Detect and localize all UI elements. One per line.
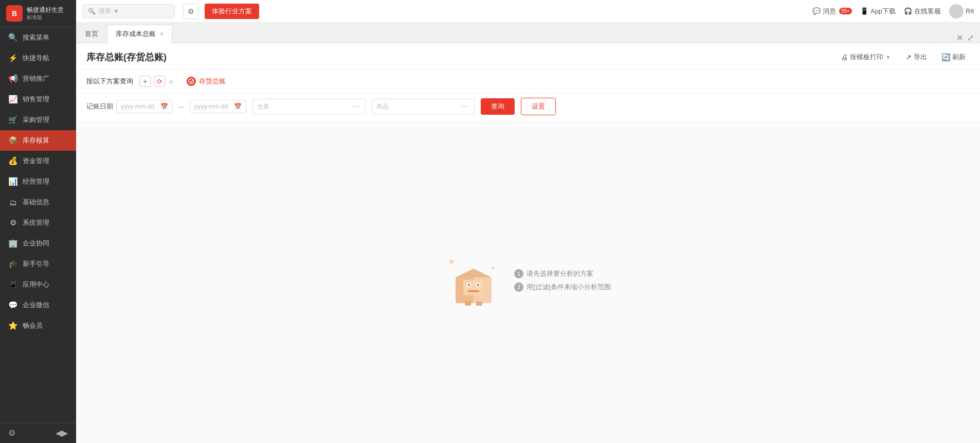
basic-icon: 🗂 bbox=[8, 198, 17, 207]
date-end-input[interactable]: yyyy-mm-dd 📅 bbox=[190, 100, 246, 113]
sidebar-item-enterprise[interactable]: 🏢 企业协同 bbox=[0, 233, 76, 254]
warehouse-input[interactable]: 仓库 ··· bbox=[252, 99, 366, 114]
wechat-icon: 💬 bbox=[8, 300, 17, 310]
app-download-label: App下载 bbox=[870, 7, 896, 16]
sidebar-item-search[interactable]: 🔍 搜索菜单 bbox=[0, 27, 76, 48]
user-profile[interactable]: Rit bbox=[949, 4, 974, 19]
panel-expand-icon[interactable]: ⤢ bbox=[967, 33, 974, 43]
sidebar-item-label: 快捷导航 bbox=[23, 54, 49, 63]
sidebar-item-member[interactable]: ⭐ 畅会员 bbox=[0, 315, 76, 336]
tabbar-right: ✕ ⤢ bbox=[950, 33, 980, 43]
refresh-label: 刷新 bbox=[952, 52, 966, 62]
print-btn[interactable]: 🖨 按模板打印 ▼ bbox=[837, 50, 895, 64]
user-name: Rit bbox=[966, 7, 974, 15]
enterprise-icon: 🏢 bbox=[8, 239, 17, 248]
purchase-icon: 🛒 bbox=[8, 115, 17, 125]
inventory-icon: 📦 bbox=[8, 136, 17, 145]
scheme-name: 存货总账 bbox=[199, 77, 226, 86]
calendar-icon: 📅 bbox=[160, 103, 168, 110]
scheme-item-inventory[interactable]: 存货总账 bbox=[182, 75, 231, 88]
app-download-btn[interactable]: 📱 App下载 bbox=[860, 7, 896, 16]
sidebar-item-sales[interactable]: 📈 销售管理 bbox=[0, 89, 76, 110]
main-area: 🔍 搜索 ▼ ⚙ 体验行业方案 💬 消息 99+ 📱 App下载 🎧 在线客服 bbox=[76, 0, 980, 443]
sidebar-item-marketing[interactable]: 📢 营销推广 bbox=[0, 68, 76, 89]
export-btn[interactable]: ↗ 导出 bbox=[901, 50, 931, 64]
topbar-left: 🔍 搜索 ▼ ⚙ 体验行业方案 bbox=[82, 4, 812, 19]
print-icon: 🖨 bbox=[841, 53, 848, 61]
step1-icon: 1 bbox=[514, 269, 523, 278]
lightning-icon: ⚡ bbox=[8, 54, 17, 63]
online-service-btn[interactable]: 🎧 在线客服 bbox=[904, 7, 941, 16]
empty-tip1: 请先选择要分析的方案 bbox=[527, 269, 593, 278]
panel-close-icon[interactable]: ✕ bbox=[956, 33, 963, 43]
filter-area: 按以下方案查询 + ⟳ « 存货总账 bbox=[76, 69, 980, 93]
tab-close-icon[interactable]: × bbox=[160, 30, 164, 38]
query-button[interactable]: 查询 bbox=[481, 98, 515, 115]
topbar-search-box[interactable]: 🔍 搜索 ▼ bbox=[82, 4, 175, 18]
sidebar-item-finance[interactable]: 💰 资金管理 bbox=[0, 151, 76, 171]
product-input[interactable]: 商品 ··· bbox=[372, 99, 475, 114]
tab-inventory-ledger[interactable]: 库存成本总账 × bbox=[107, 25, 172, 43]
gear-button[interactable]: ⚙ bbox=[183, 4, 198, 19]
audio-icon[interactable]: ◀▶ bbox=[56, 428, 68, 438]
product-more-icon[interactable]: ··· bbox=[459, 102, 470, 111]
export-icon: ↗ bbox=[905, 53, 912, 61]
messages-btn[interactable]: 💬 消息 99+ bbox=[812, 7, 852, 16]
sidebar-item-label: 系统管理 bbox=[23, 218, 49, 227]
sidebar-item-operations[interactable]: 📊 经营管理 bbox=[0, 171, 76, 192]
sidebar-item-wechat[interactable]: 💬 企业微信 bbox=[0, 295, 76, 315]
sidebar-item-purchase[interactable]: 🛒 采购管理 bbox=[0, 110, 76, 130]
tab-home[interactable]: 首页 bbox=[76, 24, 107, 43]
finance-icon: 💰 bbox=[8, 156, 17, 166]
sidebar-item-label: 应用中心 bbox=[23, 280, 49, 289]
sidebar-item-system[interactable]: ⚙ 系统管理 bbox=[0, 212, 76, 233]
date-filter-field: 记账日期 yyyy-mm-dd 📅 — yyyy-mm-dd 📅 bbox=[86, 100, 246, 113]
sidebar-item-inventory[interactable]: 📦 库存核算 bbox=[0, 130, 76, 151]
appstore-icon: 📱 bbox=[8, 280, 17, 289]
sidebar-item-label: 库存核算 bbox=[23, 136, 49, 145]
page-header: 库存总账(存货总账) 🖨 按模板打印 ▼ ↗ 导出 🔄 刷新 bbox=[76, 43, 980, 69]
operations-icon: 📊 bbox=[8, 177, 17, 186]
sales-icon: 📈 bbox=[8, 95, 17, 104]
industry-btn[interactable]: 体验行业方案 bbox=[205, 4, 259, 19]
svg-rect-7 bbox=[468, 284, 470, 286]
date-start-input[interactable]: yyyy-mm-dd 📅 bbox=[116, 100, 173, 113]
scheme-icon bbox=[187, 77, 196, 86]
sidebar-item-basic[interactable]: 🗂 基础信息 bbox=[0, 192, 76, 212]
svg-marker-2 bbox=[456, 269, 492, 277]
refresh-btn[interactable]: 🔄 刷新 bbox=[937, 50, 970, 64]
empty-tip2: 用[过滤]条件来缩小分析范围 bbox=[527, 282, 610, 292]
marketing-icon: 📢 bbox=[8, 74, 17, 83]
settings-bottom-icon[interactable]: ⚙ bbox=[8, 428, 15, 438]
sidebar-item-label: 搜索菜单 bbox=[23, 33, 49, 42]
tabbar: 首页 库存成本总账 × ✕ ⤢ bbox=[76, 23, 980, 43]
app-name: 畅捷通好生意 标准版 bbox=[27, 6, 64, 21]
message-icon: 💬 bbox=[812, 7, 821, 15]
sidebar-item-newbie[interactable]: 🎓 新手引导 bbox=[0, 254, 76, 274]
date-end-placeholder: yyyy-mm-dd bbox=[194, 103, 228, 110]
phone-icon: 📱 bbox=[860, 7, 868, 15]
print-dropdown-icon[interactable]: ▼ bbox=[885, 54, 891, 60]
newbie-icon: 🎓 bbox=[8, 259, 17, 269]
filter-schema-btn[interactable]: ⟳ bbox=[154, 76, 165, 87]
svg-text:★: ★ bbox=[491, 265, 495, 271]
filter-row2: 记账日期 yyyy-mm-dd 📅 — yyyy-mm-dd 📅 仓库 ··· bbox=[76, 94, 980, 121]
sidebar-item-appstore[interactable]: 📱 应用中心 bbox=[0, 274, 76, 295]
filter-add-btn[interactable]: + bbox=[139, 76, 151, 87]
sidebar-item-label: 营销推广 bbox=[23, 74, 49, 83]
sidebar-item-label: 销售管理 bbox=[23, 95, 49, 104]
sidebar-item-shortcut[interactable]: ⚡ 快捷导航 bbox=[0, 48, 76, 68]
svg-rect-11 bbox=[476, 302, 482, 306]
chevron-down-icon[interactable]: ▼ bbox=[113, 8, 119, 15]
date-separator: — bbox=[176, 103, 187, 111]
warehouse-more-icon[interactable]: ··· bbox=[350, 102, 361, 111]
empty-illustration: ★ ★ bbox=[445, 254, 502, 311]
sidebar-item-label: 企业协同 bbox=[23, 239, 49, 248]
svg-rect-9 bbox=[468, 290, 479, 292]
page-title: 库存总账(存货总账) bbox=[86, 51, 167, 63]
export-label: 导出 bbox=[914, 52, 927, 62]
tab-inventory-ledger-label: 库存成本总账 bbox=[116, 29, 156, 39]
filter-collapse-btn[interactable]: « bbox=[169, 77, 173, 85]
svg-point-0 bbox=[189, 79, 194, 84]
settings-button[interactable]: 设置 bbox=[521, 98, 556, 115]
